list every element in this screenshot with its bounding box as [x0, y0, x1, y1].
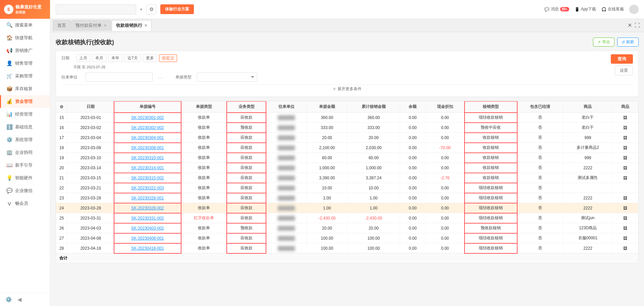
gear-icon[interactable]: ⚙	[146, 4, 156, 14]
sidebar-item-search[interactable]: 🔍 搜索菜单	[0, 19, 50, 32]
search-icon: 🔍	[6, 22, 12, 28]
industry-btn[interactable]: 体验行业方案	[160, 4, 194, 14]
tab-home[interactable]: 首页	[53, 20, 70, 31]
table-header-row: ⚙ 日期 单据编号 单据类型 业务类型 往来单位 单据金额 累计核销金额 余额 …	[56, 101, 638, 113]
tab-collect[interactable]: 收款核销执行 ✕	[112, 20, 152, 31]
th-balance: 余额	[400, 101, 425, 113]
sidebar-item-quicknav[interactable]: 🏠 快捷导航	[0, 32, 50, 44]
table-row: 262023-04-03SK-20230403-002收款单预收款██████2…	[56, 223, 638, 233]
th-doc-no: 单据编号	[114, 101, 181, 113]
business-icon: 📊	[6, 111, 12, 117]
app-logo-text: 畅康道好生意 标推版	[15, 4, 42, 15]
query-button[interactable]: 查询	[611, 54, 633, 64]
message-btn[interactable]: 💬 消息 99+	[544, 6, 569, 12]
finance-icon: 💰	[6, 99, 12, 105]
th-include-settled: 包含已结清	[517, 101, 563, 113]
close-icon[interactable]: ✕	[628, 22, 632, 28]
filter-partner-input[interactable]	[86, 72, 153, 82]
filter-dots: ...	[158, 75, 163, 79]
filter-date-label: 日期	[61, 55, 71, 61]
tab-close-prepay[interactable]: ✕	[104, 23, 107, 28]
sidebar-item-purchase[interactable]: 🛒 采购管理	[0, 70, 50, 82]
sidebar-item-member[interactable]: V 畅会员	[0, 197, 50, 210]
th-doc-type: 单据类型	[181, 101, 227, 113]
filter-partner-label: 往来单位	[61, 74, 80, 80]
system-icon: ⚙️	[6, 137, 12, 143]
sidebar-item-guide[interactable]: 📖 新手引导	[0, 159, 50, 172]
table-scroll-wrapper[interactable]: ⚙ 日期 单据编号 单据类型 业务类型 往来单位 单据金额 累计核销金额 余额 …	[56, 101, 638, 263]
th-product: 商品	[563, 101, 612, 113]
filter-doctype-label: 单据类型	[175, 74, 192, 80]
filter-btn-7days[interactable]: 近7天	[124, 54, 141, 62]
tabbar-actions: ✕ ⛶	[628, 22, 644, 28]
th-product-img: 商品	[612, 101, 638, 113]
table-row: 152023-03-01SK-20230301-002收款单应收款██████3…	[56, 113, 638, 123]
filter-date-options: 上月 本月 本年 近7天 更多 自定义	[76, 54, 177, 62]
filter-btn-this-month[interactable]: 本月	[92, 54, 106, 62]
member-icon: V	[6, 201, 12, 206]
wechat-icon: 💬	[6, 188, 12, 194]
sidebar-item-hardware[interactable]: 💡 智能硬件	[0, 172, 50, 184]
th-date: 日期	[67, 101, 114, 113]
table-row: 162023-03-02SK-20230302-002收款单预收款██████3…	[56, 123, 638, 133]
filter-btn-this-year[interactable]: 本年	[108, 54, 122, 62]
sidebar: 6 畅康道好生意 标推版 🔍 搜索菜单 🏠 快捷导航 📢 营销推广 👤 销售管理…	[0, 0, 50, 306]
sidebar-item-company[interactable]: 🏢 企业协同	[0, 146, 50, 159]
refresh-button[interactable]: ↺ 刷新	[617, 38, 639, 47]
table-row: 242023-03-28SK-20230328-002收款单应收款██████1…	[56, 203, 638, 213]
footer-label: 合计	[56, 253, 114, 263]
inventory-icon: 📦	[6, 86, 12, 92]
th-gear[interactable]: ⚙	[56, 101, 67, 113]
tab-close-collect[interactable]: ✕	[144, 23, 147, 28]
online-service-btn[interactable]: 🎧 在线客服	[601, 6, 624, 12]
collapse-icon[interactable]: ◀	[17, 296, 21, 303]
basic-icon: ℹ️	[6, 124, 12, 130]
table-row: 172023-03-04SK-20230304-001收款单应收款██████2…	[56, 133, 638, 143]
settings-icon[interactable]: ⚙️	[5, 296, 12, 303]
topbar: ▾ ⚙ 体验行业方案 💬 消息 99+ 📱 App下载 🎧 在线客服	[50, 0, 644, 19]
user-avatar[interactable]	[629, 5, 639, 14]
tab-prepay[interactable]: 预付款应付单 ✕	[71, 20, 111, 31]
table-row: 272023-04-08SK-20230408-001收款单应收款██████1…	[56, 233, 638, 243]
table-row: 192023-03-10SK-20230310-001收款单应收款██████6…	[56, 153, 638, 163]
settings-button[interactable]: 设置	[615, 66, 633, 75]
filter-btn-more[interactable]: 更多	[143, 54, 157, 62]
sidebar-item-basic[interactable]: ℹ️ 基础信息	[0, 121, 50, 133]
page-actions: ↗ 导出 ↺ 刷新	[593, 38, 639, 47]
th-total-offset: 累计核销金额	[347, 101, 400, 113]
page-content: 收款核销执行(按收款) ↗ 导出 ↺ 刷新 日期	[50, 32, 644, 306]
guide-icon: 📖	[6, 162, 12, 168]
sidebar-bottom: ⚙️ ◀	[0, 293, 50, 306]
filter-doctype-select[interactable]	[197, 72, 257, 82]
company-icon: 🏢	[6, 149, 12, 156]
filter-area: 日期 上月 本月 本年 近7天 更多 自定义 不限 至 2023-07-26 往…	[56, 51, 639, 97]
sidebar-item-system[interactable]: ⚙️ 系统管理	[0, 133, 50, 146]
hardware-icon: 💡	[6, 175, 12, 181]
phone-icon: 📱	[575, 7, 580, 12]
sidebar-item-sales[interactable]: 👤 销售管理	[0, 57, 50, 70]
sidebar-item-business[interactable]: 📊 经营管理	[0, 108, 50, 121]
search-input[interactable]	[56, 4, 136, 14]
filter-right-actions: 查询 设置	[611, 54, 633, 75]
maximize-icon[interactable]: ⛶	[635, 22, 640, 28]
sales-icon: 👤	[6, 60, 12, 66]
sidebar-item-wechat[interactable]: 💬 企业微信	[0, 184, 50, 197]
th-partner: 往来单位	[266, 101, 307, 113]
filter-expand[interactable]: ∨ 展开更多条件	[61, 84, 633, 93]
chevron-down-icon[interactable]: ▾	[140, 7, 142, 12]
export-button[interactable]: ↗ 导出	[593, 38, 614, 47]
filter-row-date: 日期 上月 本月 本年 近7天 更多 自定义	[61, 54, 607, 62]
sidebar-item-finance[interactable]: 💰 资金管理	[0, 95, 50, 108]
headset-icon: 🎧	[601, 7, 606, 12]
table-container: ⚙ 日期 单据编号 单据类型 业务类型 往来单位 单据金额 累计核销金额 余额 …	[56, 101, 639, 263]
th-offset-type: 核销类型	[465, 101, 517, 113]
export-icon: ↗	[597, 40, 601, 45]
app-download-btn[interactable]: 📱 App下载	[575, 6, 596, 12]
filter-btn-last-month[interactable]: 上月	[76, 54, 90, 62]
sidebar-item-marketing[interactable]: 📢 营销推广	[0, 44, 50, 57]
topbar-right: 💬 消息 99+ 📱 App下载 🎧 在线客服	[544, 5, 639, 14]
filter-btn-custom[interactable]: 自定义	[159, 54, 177, 62]
th-biz-type: 业务类型	[227, 101, 266, 113]
sidebar-item-inventory[interactable]: 📦 库存核算	[0, 82, 50, 95]
home-icon: 🏠	[6, 35, 12, 41]
